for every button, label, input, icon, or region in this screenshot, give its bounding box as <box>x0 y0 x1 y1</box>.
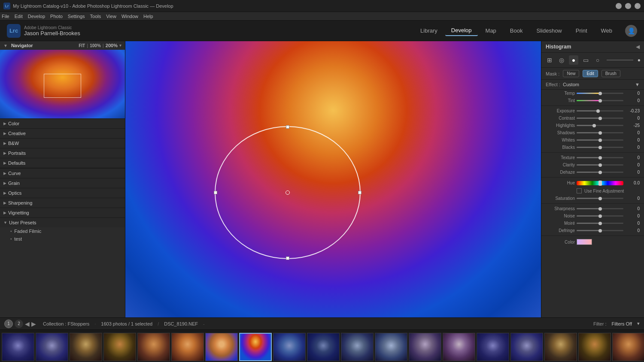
menu-file[interactable]: File <box>2 14 9 19</box>
filmstrip-thumb-7[interactable] <box>205 333 238 361</box>
color-swatch[interactable] <box>577 239 592 245</box>
tool-slider-thumb[interactable]: ● <box>638 57 641 63</box>
prev-arrow-icon[interactable]: ◀ <box>25 320 30 327</box>
contrast-thumb[interactable] <box>598 117 602 120</box>
mask-new-button[interactable]: New <box>563 70 579 77</box>
filmstrip-thumb-10[interactable] <box>307 333 340 361</box>
center-dot[interactable] <box>286 190 290 195</box>
nav-slideshow[interactable]: Slideshow <box>531 26 568 36</box>
whites-thumb[interactable] <box>598 139 602 142</box>
preset-defaults-header[interactable]: ▶ Defaults <box>0 158 125 168</box>
shadows-track[interactable] <box>577 132 623 133</box>
nav-develop[interactable]: Develop <box>445 25 478 36</box>
menu-tools[interactable]: Tools <box>90 14 101 19</box>
moire-track[interactable] <box>577 223 623 224</box>
handle-left[interactable] <box>214 191 217 194</box>
saturation-thumb[interactable] <box>598 197 602 200</box>
preset-item-test[interactable]: ▪ test <box>0 235 125 243</box>
filmstrip-thumb-2[interactable] <box>36 333 68 361</box>
filmstrip-thumb-6[interactable] <box>171 333 204 361</box>
preset-user-header[interactable]: ▼ User Presets <box>0 218 125 227</box>
grid-view-icon[interactable]: ⊞ <box>545 55 554 65</box>
highlights-thumb[interactable] <box>592 124 596 127</box>
filmstrip-thumb-17[interactable] <box>544 333 577 361</box>
preset-color-header[interactable]: ▶ Color <box>0 119 125 128</box>
effect-dropdown[interactable]: Custom <box>563 82 579 87</box>
nav-web[interactable]: Web <box>595 26 619 36</box>
circle-crop-icon[interactable]: ◎ <box>557 55 566 65</box>
noise-track[interactable] <box>577 215 623 217</box>
handle-bottom[interactable] <box>286 256 289 260</box>
filmstrip-thumb-4[interactable] <box>103 333 136 361</box>
filmstrip-thumb-3[interactable] <box>70 333 102 361</box>
preset-item-faded-filmic[interactable]: ▪ Faded Filmic <box>0 227 125 235</box>
menu-develop[interactable]: Develop <box>28 14 45 19</box>
mask-brush-button[interactable]: Brush <box>601 70 620 77</box>
zoom-100[interactable]: 100% <box>90 43 101 48</box>
texture-thumb[interactable] <box>598 156 602 160</box>
temp-thumb[interactable] <box>598 92 602 95</box>
exposure-track[interactable] <box>577 110 623 112</box>
handle-top[interactable] <box>286 125 289 129</box>
rect-icon[interactable]: ▭ <box>581 55 590 65</box>
hue-thumb[interactable] <box>598 181 602 186</box>
clarity-track[interactable] <box>577 164 623 166</box>
preset-curve-header[interactable]: ▶ Curve <box>0 169 125 178</box>
filmstrip-thumb-11[interactable] <box>341 333 374 361</box>
tint-thumb[interactable] <box>598 99 602 103</box>
filmstrip-thumb-19[interactable] <box>612 333 644 361</box>
histogram-collapse-icon[interactable]: ◀ <box>636 44 640 50</box>
mask-edit-button[interactable]: Edit <box>583 70 598 77</box>
preset-sharpening-header[interactable]: ▶ Sharpening <box>0 198 125 208</box>
filmstrip-thumb-9[interactable] <box>273 333 306 361</box>
filter-dropdown-icon[interactable]: ▾ <box>637 321 640 326</box>
dehaze-track[interactable] <box>577 172 623 173</box>
menu-edit[interactable]: Edit <box>15 14 23 19</box>
whites-track[interactable] <box>577 139 623 141</box>
page-1-button[interactable]: 1 <box>4 320 13 328</box>
page-2-button[interactable]: 2 <box>15 320 23 328</box>
profile-button[interactable]: 👤 <box>625 25 637 37</box>
filmstrip-thumb-12[interactable] <box>375 333 407 361</box>
saturation-track[interactable] <box>577 198 623 199</box>
filmstrip-thumb-15[interactable] <box>477 333 509 361</box>
fit-button[interactable]: FIT <box>79 43 85 48</box>
preset-portraits-header[interactable]: ▶ Portraits <box>0 148 125 158</box>
filmstrip-thumb-13[interactable] <box>409 333 441 361</box>
zoom-dropdown-icon[interactable]: ▾ <box>119 43 122 48</box>
filter-value[interactable]: Filters Off <box>612 321 632 326</box>
filmstrip-thumb-selected[interactable] <box>239 333 272 361</box>
blacks-track[interactable] <box>577 147 623 148</box>
shadows-thumb[interactable] <box>598 131 602 135</box>
highlights-track[interactable] <box>577 125 623 126</box>
filmstrip-thumb-14[interactable] <box>443 333 475 361</box>
next-arrow-icon[interactable]: ▶ <box>31 320 36 327</box>
radial-mask-circle[interactable] <box>215 126 361 259</box>
menu-window[interactable]: Window <box>122 14 138 19</box>
filmstrip-thumb-16[interactable] <box>510 333 543 361</box>
preset-bw-header[interactable]: ▶ B&W <box>0 139 125 148</box>
preset-grain-header[interactable]: ▶ Grain <box>0 178 125 188</box>
menu-view[interactable]: View <box>106 14 116 19</box>
texture-track[interactable] <box>577 157 623 158</box>
minimize-button[interactable]: ─ <box>616 3 622 9</box>
nav-map[interactable]: Map <box>480 26 502 36</box>
preset-optics-header[interactable]: ▶ Optics <box>0 188 125 198</box>
preset-creative-header[interactable]: ▶ Creative <box>0 129 125 138</box>
clarity-thumb[interactable] <box>598 163 602 167</box>
temp-track[interactable] <box>577 93 623 94</box>
handle-right[interactable] <box>358 191 361 194</box>
menu-help[interactable]: Help <box>143 14 153 19</box>
noise-thumb[interactable] <box>598 214 602 218</box>
menu-photo[interactable]: Photo <box>50 14 63 19</box>
fine-adjust-checkbox[interactable] <box>577 188 582 193</box>
effect-dropdown-arrow-icon[interactable]: ▼ <box>635 82 640 87</box>
moire-thumb[interactable] <box>598 222 602 225</box>
circle-active-icon[interactable]: ● <box>569 55 578 65</box>
exposure-thumb[interactable] <box>596 109 600 113</box>
defringe-track[interactable] <box>577 230 623 231</box>
sharpness-thumb[interactable] <box>598 207 602 211</box>
navigator-header[interactable]: ▼ Navigator FIT | 100% | 200% ▾ <box>0 41 125 50</box>
tint-track[interactable] <box>577 100 623 101</box>
nav-library[interactable]: Library <box>414 26 444 36</box>
